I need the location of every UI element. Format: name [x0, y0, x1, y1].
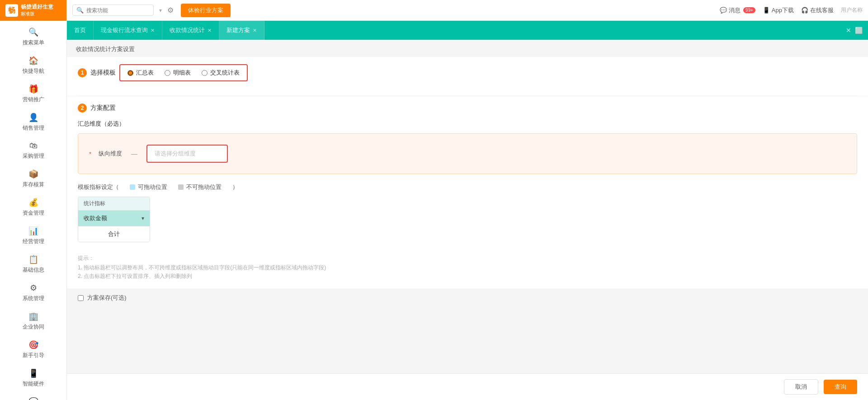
tab-maximize-icon[interactable]: ⬜ [855, 27, 863, 34]
dimension-area: * 纵向维度 — 请选择分组维度 [78, 133, 857, 174]
person-icon: 👤 [28, 113, 38, 122]
logo-icon: 畅 [5, 4, 18, 17]
bag-icon: 🛍 [29, 141, 38, 151]
sidebar-item-operation[interactable]: 📊 经营管理 [0, 221, 66, 250]
save-option-bar: 方案保存(可选) [67, 288, 868, 307]
save-checkbox[interactable] [78, 295, 84, 301]
chat-icon: 💬 [28, 397, 38, 400]
metrics-table: 统计指标 收款金额 ▾ 合计 [78, 197, 150, 242]
metrics-subsection: 模板指标设定（ 可拖动位置 不可拖动位置 ） 统计指标 收款金额 [78, 183, 857, 244]
message-icon: 💬 [720, 7, 727, 14]
box-icon: 📦 [28, 169, 38, 179]
content-area: 收款情况统计方案设置 1 选择模板 汇总表 明细表 [67, 40, 868, 373]
sidebar-item-smart-hw[interactable]: 📱 智能硬件 [0, 364, 66, 392]
tips-section: 提示： 1. 拖动标题栏可以调整布局，不可跨维度或指标区域拖动目字段(只能在同一… [67, 251, 868, 288]
tab-collection-stat[interactable]: 收款情况统计 ✕ [162, 21, 219, 40]
search-icon: 🔍 [76, 7, 84, 14]
radio-detail[interactable]: 明细表 [165, 69, 191, 77]
main-area: 🔍 ▾ ⚙ 体验行业方案 💬 消息 99+ 📱 App下载 🎧 在线客服 用户名… [67, 0, 868, 400]
dropdown-chevron-icon[interactable]: ▾ [159, 7, 162, 14]
notification-item[interactable]: 💬 消息 99+ [720, 6, 755, 14]
sidebar-logo: 畅 畅捷通好生意 标准版 [0, 0, 66, 21]
radio-detail-input[interactable] [165, 70, 170, 76]
movable-dot [130, 184, 135, 190]
sidebar-item-inventory[interactable]: 📦 库存核算 [0, 165, 66, 193]
sidebar-item-search-menu[interactable]: 🔍 搜索菜单 [0, 23, 66, 51]
sidebar-item-quick-nav[interactable]: 🏠 快捷导航 [0, 51, 66, 80]
trial-btn[interactable]: 体验行业方案 [181, 4, 231, 17]
tips-label: 提示： [78, 254, 857, 262]
download-item[interactable]: 📱 App下载 [763, 6, 794, 14]
sidebar-item-wechat[interactable]: 💬 企业微信 [0, 392, 66, 400]
radio-summary[interactable]: 汇总表 [127, 69, 154, 77]
required-asterisk: * [89, 151, 91, 157]
vertical-dim-label: 纵向维度 [99, 150, 122, 158]
section2-title: 方案配置 [90, 104, 116, 112]
section1-header: 1 选择模板 汇总表 明细表 交叉统计表 [78, 64, 857, 81]
sidebar-item-sales[interactable]: 👤 销售管理 [0, 108, 66, 136]
metrics-setting-label: 模板指标设定（ [78, 183, 119, 191]
action-bar: 取消 查询 [67, 373, 868, 400]
query-button[interactable]: 查询 [824, 380, 857, 394]
metrics-row-chevron-icon[interactable]: ▾ [142, 215, 144, 221]
gift-icon: 🎁 [28, 84, 38, 94]
fixed-dot [178, 184, 184, 190]
movable-legend: 可拖动位置 [130, 183, 167, 191]
dim-select-dropdown[interactable]: 请选择分组维度 [146, 145, 228, 163]
tab-close-bank-flow[interactable]: ✕ [151, 28, 155, 33]
save-label: 方案保存(可选) [87, 294, 127, 302]
template-radio-group: 汇总表 明细表 交叉统计表 [119, 64, 248, 81]
home-icon: 🏠 [28, 56, 38, 66]
search-input[interactable] [86, 7, 141, 14]
tips-item-2: 2. 点击标题栏下拉可设置排序、插入列和删除列 [78, 273, 857, 280]
tab-close-collection-stat[interactable]: ✕ [208, 28, 212, 33]
search-menu-icon: 🔍 [28, 27, 38, 37]
settings-icon[interactable]: ⚙ [167, 6, 174, 14]
cancel-button[interactable]: 取消 [784, 379, 818, 395]
support-icon: 🎧 [801, 7, 808, 14]
sidebar-item-system[interactable]: ⚙ 系统管理 [0, 278, 66, 307]
tab-new-plan[interactable]: 新建方案 ✕ [219, 21, 264, 40]
sidebar-item-finance[interactable]: 💰 资金管理 [0, 193, 66, 221]
topbar: 🔍 ▾ ⚙ 体验行业方案 💬 消息 99+ 📱 App下载 🎧 在线客服 用户名… [67, 0, 868, 21]
money-icon: 💰 [28, 198, 38, 207]
topbar-search-box[interactable]: 🔍 [72, 5, 154, 16]
tab-home[interactable]: 首页 [67, 21, 94, 40]
metrics-table-header: 统计指标 [78, 197, 150, 211]
clipboard-icon: 📋 [28, 254, 38, 264]
dimension-subtitle: 汇总维度（必选） [78, 120, 857, 128]
fixed-legend: 不可拖动位置 [178, 183, 222, 191]
target-icon: 🎯 [28, 340, 38, 350]
tab-bank-flow[interactable]: 现金银行流水查询 ✕ [94, 21, 162, 40]
metrics-row-collection-amount[interactable]: 收款金额 ▾ [78, 211, 150, 226]
sidebar-item-purchase[interactable]: 🛍 采购管理 [0, 136, 66, 165]
sidebar-item-marketing[interactable]: 🎁 营销推广 [0, 80, 66, 108]
enterprise-icon: 🏢 [28, 311, 38, 321]
chart-icon: 📊 [28, 226, 38, 236]
section1-title: 选择模板 [90, 69, 116, 77]
tab-close-new-plan[interactable]: ✕ [253, 28, 257, 33]
tabbar-actions: ✕ ⬜ [840, 21, 868, 40]
gear-icon: ⚙ [30, 283, 37, 293]
sidebar-item-enterprise[interactable]: 🏢 企业协同 [0, 307, 66, 335]
sidebar-item-newbie[interactable]: 🎯 新手引导 [0, 335, 66, 364]
radio-summary-input[interactable] [127, 70, 133, 76]
radio-cross[interactable]: 交叉统计表 [202, 69, 240, 77]
tab-close-icon[interactable]: ✕ [846, 27, 851, 34]
page-title: 收款情况统计方案设置 [76, 46, 135, 52]
sidebar: 畅 畅捷通好生意 标准版 🔍 搜索菜单 🏠 快捷导航 🎁 营销推广 👤 销售管理… [0, 0, 67, 400]
support-item[interactable]: 🎧 在线客服 [801, 6, 834, 14]
section2-num: 2 [78, 104, 87, 113]
logo-text: 畅捷通好生意 标准版 [21, 4, 53, 17]
section1-num: 1 [78, 68, 87, 77]
section-plan-config: 2 方案配置 汇总维度（必选） * 纵向维度 — 请选择分组维度 [67, 96, 868, 251]
topbar-right: 💬 消息 99+ 📱 App下载 🎧 在线客服 用户名称 [720, 6, 863, 14]
tips-item-1: 1. 拖动标题栏可以调整布局，不可跨维度或指标区域拖动目字段(只能在同一维度或指… [78, 264, 857, 272]
download-icon: 📱 [763, 7, 770, 14]
metrics-header-row: 模板指标设定（ 可拖动位置 不可拖动位置 ） [78, 183, 857, 191]
sidebar-item-basic-info[interactable]: 📋 基础信息 [0, 250, 66, 278]
radio-cross-input[interactable] [202, 70, 208, 76]
section-select-template: 1 选择模板 汇总表 明细表 交叉统计表 [67, 57, 868, 96]
notification-badge: 99+ [743, 7, 755, 13]
mobile-icon: 📱 [28, 368, 38, 378]
